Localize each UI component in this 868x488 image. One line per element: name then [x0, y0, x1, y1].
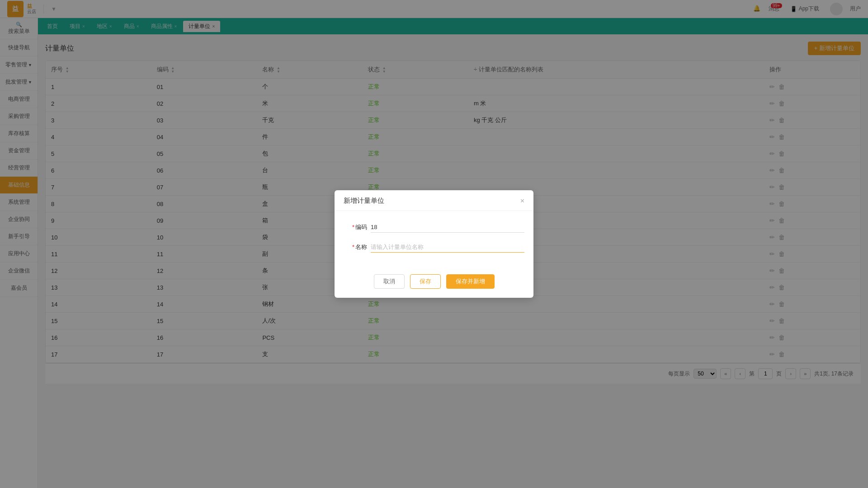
cancel-button[interactable]: 取消 — [374, 274, 405, 289]
form-label-code: 编码 — [344, 223, 371, 231]
save-button[interactable]: 保存 — [410, 274, 441, 289]
modal-footer: 取消 保存 保存并新增 — [335, 269, 533, 298]
modal-dialog: 新增计量单位 × 编码 名称 取消 保存 保存并新增 — [335, 190, 533, 298]
form-input-name[interactable] — [371, 242, 524, 253]
modal-body: 编码 名称 — [335, 211, 533, 269]
save-and-new-button[interactable]: 保存并新增 — [446, 274, 495, 289]
modal-title: 新增计量单位 — [344, 197, 384, 205]
modal-close-btn[interactable]: × — [520, 197, 524, 205]
modal-header: 新增计量单位 × — [335, 190, 533, 211]
modal-overlay[interactable]: 新增计量单位 × 编码 名称 取消 保存 保存并新增 — [0, 0, 868, 488]
form-label-name: 名称 — [344, 243, 371, 251]
form-row-code: 编码 — [344, 222, 524, 233]
form-input-code[interactable] — [371, 222, 524, 233]
form-row-name: 名称 — [344, 242, 524, 253]
